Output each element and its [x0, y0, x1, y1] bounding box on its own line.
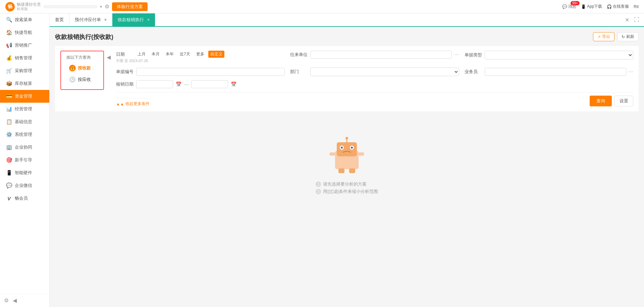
date-btn-this-month[interactable]: 本月 — [150, 51, 162, 58]
date-btn-more[interactable]: 更多 — [194, 51, 206, 58]
empty-hint-1: 1 请先选择要分析的方案 — [316, 181, 378, 187]
salesperson-label: 业务员 — [465, 69, 482, 75]
filter-section: 按以下方查询 💰 按收款 🕐 按应收 ◀ — [55, 46, 639, 111]
service-label: 在线客服 — [613, 4, 629, 9]
hint-text-1: 请先选择要分析的方案 — [323, 181, 367, 187]
query-btn[interactable]: 查询 — [590, 96, 612, 106]
settings-icon[interactable]: ⚙ — [4, 297, 9, 304]
filter-option-by-receipt[interactable]: 💰 按收款 — [66, 63, 98, 73]
sidebar-item-purchase[interactable]: 🛒 采购管理 — [0, 64, 49, 77]
refresh-btn[interactable]: ↻ 刷新 — [617, 32, 639, 41]
sidebar-item-operation[interactable]: 📊 经营管理 — [0, 103, 49, 115]
export-btn[interactable]: ↗ 导出 — [593, 32, 614, 41]
sidebar-label-sales: 销售管理 — [15, 55, 32, 61]
sidebar-item-wechat[interactable]: 💬 企业微信 — [0, 179, 49, 192]
receivable-option-label: 按应收 — [78, 76, 91, 83]
salesperson-dots[interactable]: ··· — [629, 69, 633, 75]
sidebar-label-quick-nav: 快捷导航 — [15, 30, 32, 36]
writeoff-date-end[interactable]: 2023-07-21 — [191, 80, 228, 88]
search-icon: 🔍 — [6, 17, 12, 23]
close-tab-btn[interactable]: ✕ — [623, 15, 631, 24]
receipt-icon: 💰 — [69, 65, 76, 71]
tab-prepay-close[interactable]: × — [104, 17, 107, 22]
collapse-sidebar-icon[interactable]: ◀ — [13, 297, 17, 304]
date-btn-last-month[interactable]: 上月 — [136, 51, 148, 58]
app-label: App下载 — [587, 4, 602, 9]
filter-options-panel: 按以下方查询 💰 按收款 🕐 按应收 — [60, 51, 104, 90]
message-btn[interactable]: 💬 消息 99+ — [562, 4, 576, 9]
tab-receipt-writeoff-close[interactable]: × — [147, 17, 150, 22]
expand-tab-btn[interactable]: ⛶ — [632, 15, 641, 24]
setting-btn[interactable]: 设置 — [614, 96, 633, 106]
wechat-icon: 💬 — [6, 183, 12, 189]
date-range-note: 不限 至 2023-07-26 — [116, 58, 285, 63]
date-btn-this-year[interactable]: 本年 — [164, 51, 176, 58]
user-info[interactable]: Rit — [634, 4, 639, 9]
page-actions: ↗ 导出 ↻ 刷新 — [593, 32, 639, 41]
tab-prepay[interactable]: 预付冲应付单 × — [69, 13, 112, 27]
app-download-btn[interactable]: 📱 App下载 — [581, 4, 602, 9]
writeoff-date-label: 核销日期 — [116, 81, 133, 87]
partner-filter-group: 往来单位 ··· — [290, 51, 459, 59]
headset-icon: 🎧 — [607, 4, 612, 9]
tab-home[interactable]: 首页 — [50, 13, 69, 27]
partner-label: 往来单位 — [290, 52, 308, 58]
service-btn[interactable]: 🎧 在线客服 — [607, 4, 629, 9]
svg-point-4 — [341, 147, 343, 149]
inventory-icon: 📦 — [6, 81, 12, 87]
sidebar-item-basic-info[interactable]: 📋 基础信息 — [0, 115, 49, 128]
tab-bar-actions: ✕ ⛶ — [623, 15, 644, 24]
top-bar: 畅 畅捷通好生意 标准版 ▾ ⚙ 体验行业方案 💬 消息 99+ 📱 App下载… — [0, 0, 644, 13]
doc-type-select[interactable] — [485, 51, 633, 59]
salesperson-input[interactable] — [485, 68, 626, 76]
username: Rit — [634, 4, 639, 9]
page-content: 收款核销执行(按收款) ↗ 导出 ↻ 刷新 按以下方 — [50, 27, 644, 307]
sidebar-item-funds[interactable]: 💳 资金管理 — [0, 90, 49, 103]
collapse-more-btn[interactable]: ▲▲ 收起更多条件 — [116, 98, 150, 107]
calendar-end-icon[interactable]: 📅 — [231, 82, 236, 87]
gear-icon[interactable]: ⚙ — [105, 3, 109, 10]
tab-receipt-writeoff[interactable]: 收款核销执行 × — [112, 13, 155, 27]
funds-icon: 💳 — [6, 93, 12, 99]
sidebar-label-marketing: 营销推广 — [15, 42, 32, 48]
department-select[interactable] — [310, 67, 459, 76]
sidebar-item-guide[interactable]: 🎯 新手引导 — [0, 154, 49, 166]
hint-num-1: 1 — [316, 182, 321, 187]
sidebar-label-enterprise: 企业协同 — [15, 144, 32, 150]
sidebar-item-quick-nav[interactable]: 🏠 快捷导航 — [0, 26, 49, 39]
svg-rect-8 — [329, 152, 335, 156]
collapse-left-btn[interactable]: ◀ — [105, 53, 112, 62]
sidebar-label-wechat: 企业微信 — [15, 183, 32, 189]
enterprise-icon: 🏢 — [6, 144, 12, 150]
svg-rect-11 — [349, 168, 355, 173]
sidebar-item-system[interactable]: ⚙️ 系统管理 — [0, 128, 49, 141]
date-btn-custom[interactable]: 自定义 — [208, 51, 224, 58]
doc-number-input[interactable] — [136, 68, 285, 76]
top-search-display[interactable] — [44, 5, 97, 8]
main-layout: 🔍 搜索菜单 🏠 快捷导航 📢 营销推广 💰 销售管理 🛒 采购管理 📦 库存核… — [0, 13, 644, 307]
sidebar-item-hardware[interactable]: 📱 智能硬件 — [0, 166, 49, 179]
message-icon: 💬 — [562, 4, 567, 9]
top-bar-center: ▾ ⚙ 体验行业方案 — [44, 2, 559, 11]
collapse-more-icon: ▲▲ — [116, 102, 124, 106]
receivable-icon: 🕐 — [69, 76, 76, 83]
sidebar-item-member[interactable]: V 畅会员 — [0, 192, 49, 205]
svg-rect-10 — [338, 168, 344, 173]
marketing-icon: 📢 — [6, 42, 12, 48]
sidebar-item-search[interactable]: 🔍 搜索菜单 — [0, 13, 49, 26]
filter-option-by-receivable[interactable]: 🕐 按应收 — [66, 74, 98, 85]
sidebar-item-marketing[interactable]: 📢 营销推广 — [0, 39, 49, 52]
writeoff-date-start[interactable]: 2023-03-01 — [136, 80, 173, 88]
top-search-caret[interactable]: ▾ — [100, 4, 102, 9]
date-btn-last-7[interactable]: 近7天 — [178, 51, 192, 58]
partner-dots[interactable]: ··· — [454, 52, 459, 58]
sidebar-label-guide: 新手引导 — [15, 157, 32, 163]
sidebar-item-enterprise[interactable]: 🏢 企业协同 — [0, 141, 49, 154]
tab-receipt-writeoff-label: 收款核销执行 — [118, 17, 144, 23]
calendar-start-icon[interactable]: 📅 — [176, 82, 181, 87]
sidebar-item-inventory[interactable]: 📦 库存核算 — [0, 77, 49, 90]
sidebar-item-sales[interactable]: 💰 销售管理 — [0, 52, 49, 64]
partner-input[interactable] — [310, 51, 452, 59]
industry-btn[interactable]: 体验行业方案 — [112, 2, 148, 11]
empty-hints: 1 请先选择要分析的方案 2 用[过滤]条件来缩小分析范围 — [316, 181, 378, 196]
